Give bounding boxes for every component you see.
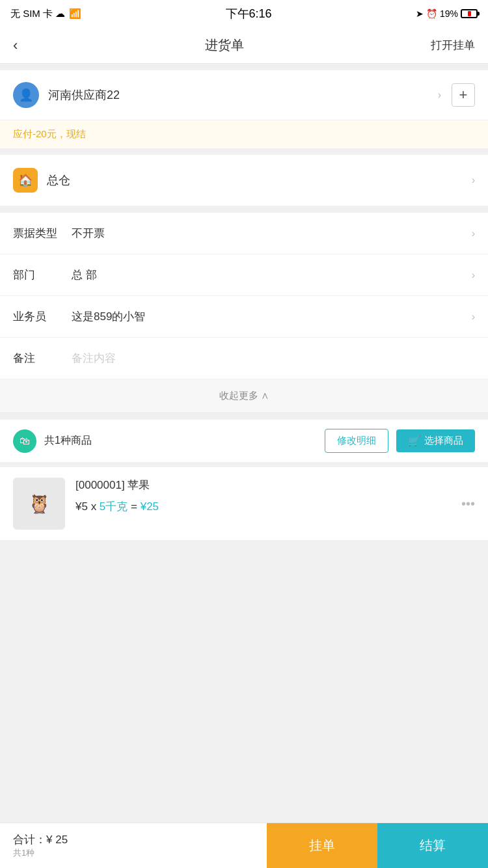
battery-icon (461, 9, 478, 18)
avatar-icon: 👤 (19, 88, 33, 102)
department-value: 总 部 (72, 267, 467, 282)
product-price: ¥5 x 5千克 = ¥25 (75, 499, 455, 514)
gap-2 (0, 148, 488, 155)
product-count-label: 共1种商品 (44, 434, 317, 448)
page-title: 进货单 (205, 36, 244, 54)
location-icon: ➤ (416, 8, 424, 19)
price-qty: 5千克 (100, 500, 128, 513)
supplier-row[interactable]: 👤 河南供应商22 › + (0, 70, 488, 120)
open-hold-button[interactable]: 打开挂单 (431, 38, 475, 53)
select-product-icon: 🛒 (408, 435, 420, 447)
wifi-icon: 📶 (69, 8, 81, 20)
notice-bar: 应付-20元，现结 (0, 120, 488, 148)
gap-3 (0, 206, 488, 213)
supplier-avatar: 👤 (13, 82, 39, 108)
department-chevron-icon: › (472, 269, 475, 281)
hold-button[interactable]: 挂单 (267, 823, 377, 868)
product-toolbar: 🛍 共1种商品 修改明细 🛒 选择商品 (0, 420, 488, 462)
bottom-total-sub: 共1种 (13, 847, 254, 859)
select-product-label: 选择商品 (424, 435, 463, 447)
nav-bar: ‹ 进货单 打开挂单 (0, 27, 488, 64)
gap-1 (0, 64, 488, 70)
battery-percent: 19% (440, 8, 458, 19)
product-thumbnail: 🦉 (13, 478, 65, 530)
remark-value[interactable]: 备注内容 (72, 351, 475, 366)
checkout-button[interactable]: 结算 (377, 823, 488, 868)
notice-text: 应付-20元，现结 (13, 128, 86, 139)
bottom-total-line: 合计：¥ 25 (13, 832, 254, 847)
remark-key: 备注 (13, 351, 72, 366)
supplier-section: 👤 河南供应商22 › + 应付-20元，现结 (0, 70, 488, 148)
product-thumb-icon: 🦉 (28, 493, 51, 515)
product-more-button[interactable]: ••• (455, 496, 475, 511)
product-name: [0000001] 苹果 (75, 478, 455, 493)
remark-row[interactable]: 备注 备注内容 (0, 338, 488, 379)
add-button[interactable]: + (452, 83, 475, 107)
warehouse-row[interactable]: 🏠 总仓 › (0, 155, 488, 206)
supplier-chevron-icon: › (438, 89, 441, 101)
department-row[interactable]: 部门 总 部 › (0, 254, 488, 296)
salesperson-key: 业务员 (13, 309, 72, 324)
price-eq: = (128, 500, 140, 513)
warehouse-chevron-icon: › (472, 174, 475, 186)
salesperson-row[interactable]: 业务员 这是859的小智 › (0, 296, 488, 338)
price-base: ¥5 x (75, 500, 100, 513)
back-button[interactable]: ‹ (13, 37, 18, 54)
gap-4 (0, 413, 488, 420)
ticket-type-chevron-icon: › (472, 228, 475, 239)
total-amount: ¥ 25 (46, 834, 68, 846)
bottom-spacer (0, 540, 488, 592)
department-key: 部门 (13, 267, 72, 282)
status-left: 无 SIM 卡 ☁ 📶 (10, 8, 81, 20)
battery-fill (468, 11, 470, 16)
alarm-icon: ⏰ (426, 8, 437, 19)
price-total: ¥25 (141, 500, 159, 513)
warehouse-label: 总仓 (47, 172, 467, 188)
product-item: 🦉 [0000001] 苹果 ¥5 x 5千克 = ¥25 ••• (0, 462, 488, 540)
product-info: [0000001] 苹果 ¥5 x 5千克 = ¥25 (75, 478, 455, 514)
ticket-type-key: 票据类型 (13, 226, 72, 241)
status-right: ➤ ⏰ 19% (416, 8, 478, 19)
status-time: 下午6:16 (226, 6, 272, 21)
bottom-bar: 合计：¥ 25 共1种 挂单 结算 (0, 822, 488, 868)
status-bar: 无 SIM 卡 ☁ 📶 下午6:16 ➤ ⏰ 19% (0, 0, 488, 27)
edit-detail-button[interactable]: 修改明细 (325, 429, 388, 453)
warehouse-icon: 🏠 (13, 168, 38, 193)
collapse-label: 收起更多 ∧ (219, 390, 269, 402)
bottom-total: 合计：¥ 25 共1种 (0, 823, 267, 868)
salesperson-value: 这是859的小智 (72, 309, 467, 324)
supplier-name: 河南供应商22 (48, 87, 433, 103)
select-product-button[interactable]: 🛒 选择商品 (396, 429, 475, 452)
collapse-row[interactable]: 收起更多 ∧ (0, 379, 488, 413)
sim-label: 无 SIM 卡 ☁ (10, 8, 65, 20)
product-icon: 🛍 (13, 429, 36, 453)
ticket-type-row[interactable]: 票据类型 不开票 › (0, 213, 488, 254)
total-label: 合计： (13, 834, 46, 846)
salesperson-chevron-icon: › (472, 311, 475, 323)
ticket-type-value: 不开票 (72, 226, 467, 241)
